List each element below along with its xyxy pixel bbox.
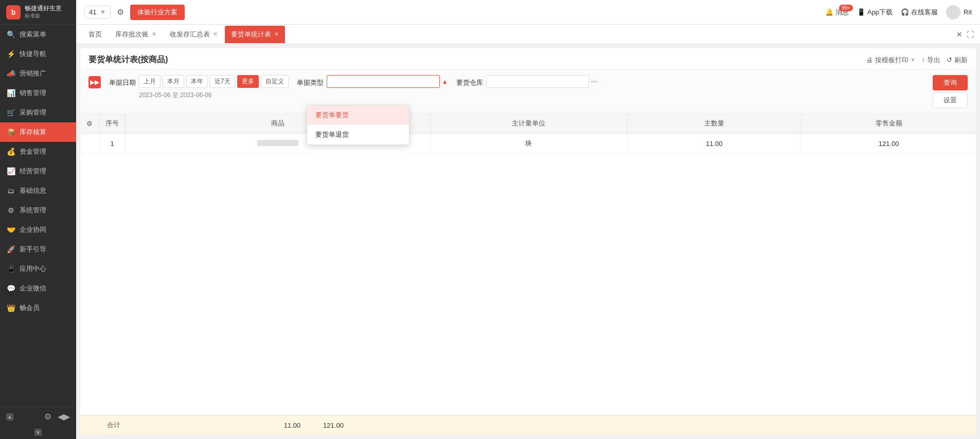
sidebar-item-inventory[interactable]: 📦 库存核算 [0, 122, 76, 142]
export-icon: ↑ [922, 56, 925, 64]
date-quick-buttons: 上月 本月 本年 近7天 更多 自定义 [139, 75, 289, 88]
this-year-button[interactable]: 本年 [186, 75, 208, 88]
tab-receive-summary[interactable]: 收发存汇总表 ✕ [164, 26, 224, 43]
tab-order-stats-label: 要货单统计表 [231, 30, 271, 39]
warehouse-filter-input[interactable] [486, 75, 589, 88]
tab-order-stats-close[interactable]: ✕ [274, 31, 279, 38]
sidebar-item-quick-nav-label: 快捷导航 [20, 49, 46, 59]
top-header: 41 ▼ ⚙ 体验行业方案 🔔 消息 99+ 📱 App下载 🎧 在线客服 [76, 0, 980, 25]
print-icon: 🖨 [866, 56, 873, 64]
warehouse-filter-group: 要货仓库 ··· [456, 75, 598, 88]
tab-home[interactable]: 首页 [82, 26, 108, 43]
app-name: 畅捷通好生意 [25, 5, 62, 13]
date-filter-content: 上月 本月 本年 近7天 更多 自定义 2023-05-06 至 2023-06… [139, 75, 289, 100]
sidebar-item-finance[interactable]: 💰 资金管理 [0, 142, 76, 161]
more-dates-button[interactable]: 更多 [237, 75, 259, 88]
type-dropdown-menu: 要货单要货 要货单退货 [307, 105, 409, 145]
messages-button[interactable]: 🔔 消息 99+ [825, 8, 849, 17]
sales-icon: 📊 [6, 89, 15, 97]
tab-order-stats[interactable]: 要货单统计表 ✕ [225, 26, 285, 43]
inventory-icon: 📦 [6, 128, 15, 136]
main-area: 41 ▼ ⚙ 体验行业方案 🔔 消息 99+ 📱 App下载 🎧 在线客服 [76, 0, 980, 439]
sidebar-item-app-center[interactable]: 📱 应用中心 [0, 259, 76, 279]
filter-settings-button[interactable]: 设置 [933, 93, 968, 108]
filter-action-buttons: 查询 设置 [933, 75, 968, 108]
avatar[interactable] [946, 5, 960, 20]
refresh-button[interactable]: ↺ 刷新 [947, 56, 968, 65]
store-dropdown[interactable]: 41 ▼ [84, 6, 111, 19]
type-filter-label: 单据类型 [297, 78, 324, 87]
sidebar-item-wechat[interactable]: 💬 企业微信 [0, 279, 76, 298]
dropdown-item-order-goods[interactable]: 要货单要货 [307, 105, 409, 125]
this-month-button[interactable]: 本月 [163, 75, 184, 88]
page-content: 要货单统计表(按商品) 🖨 按模板打印 ▼ ↑ 导出 ↺ 刷新 ▶▶ [80, 48, 976, 435]
print-button[interactable]: 🖨 按模板打印 ▼ [866, 56, 916, 65]
sidebar-item-marketing[interactable]: 📣 营销推广 [0, 64, 76, 83]
sidebar-item-app-center-label: 应用中心 [20, 264, 46, 273]
type-filter-input[interactable] [327, 75, 440, 88]
messages-badge: 99+ [839, 5, 853, 11]
type-filter-group: 单据类型 ▲ [297, 75, 448, 88]
dropdown-item-order-return[interactable]: 要货单退货 [307, 125, 409, 144]
app-download-label: App下载 [867, 8, 893, 17]
page-title-row: 要货单统计表(按商品) 🖨 按模板打印 ▼ ↑ 导出 ↺ 刷新 [80, 48, 976, 70]
sidebar-item-system[interactable]: ⚙ 系统管理 [0, 200, 76, 220]
sidebar-item-quick-nav[interactable]: ⚡ 快捷导航 [0, 44, 76, 64]
page-title: 要货单统计表(按商品) [88, 54, 168, 65]
type-dropdown-chevron-up-icon[interactable]: ▲ [442, 78, 448, 85]
purchase-icon: 🛒 [6, 108, 15, 117]
app-download-button[interactable]: 📱 App下载 [857, 8, 893, 17]
footer-total-label: 合计 [86, 420, 230, 430]
trial-button[interactable]: 体验行业方案 [130, 5, 185, 20]
query-button[interactable]: 查询 [933, 75, 968, 90]
user-name: Rit [964, 8, 972, 16]
wechat-icon: 💬 [6, 284, 15, 292]
close-window-icon[interactable]: ✕ [956, 30, 963, 39]
sidebar-item-enterprise[interactable]: 🤝 企业协同 [0, 220, 76, 240]
gear-icon[interactable]: ⚙ [117, 7, 124, 17]
user-menu[interactable]: Rit [946, 5, 972, 20]
sidebar-item-base-info[interactable]: 🗂 基础信息 [0, 181, 76, 200]
sidebar-item-member[interactable]: 👑 畅会员 [0, 298, 76, 318]
marketing-icon: 📣 [6, 69, 15, 78]
product-placeholder [257, 140, 298, 146]
export-button[interactable]: ↑ 导出 [922, 56, 941, 65]
type-filter-input-row: ▲ [327, 75, 448, 88]
sidebar-item-guide[interactable]: 🚀 新手引导 [0, 240, 76, 259]
online-service-label: 在线客服 [911, 8, 938, 17]
col-qty-header: 主数量 [627, 114, 801, 134]
row-qty-cell: 11.00 [627, 134, 801, 154]
recent7-button[interactable]: 近7天 [210, 75, 235, 88]
tab-receive-summary-close[interactable]: ✕ [213, 31, 218, 38]
sidebar-item-search[interactable]: 🔍 搜索菜单 [0, 25, 76, 44]
table-settings-icon[interactable]: ⚙ [86, 120, 93, 127]
print-label: 按模板打印 [875, 56, 908, 65]
system-icon: ⚙ [6, 206, 15, 214]
tab-home-label: 首页 [88, 30, 102, 39]
tab-inventory-batch-label: 库存批次账 [115, 30, 149, 39]
warehouse-more-icon[interactable]: ··· [591, 77, 598, 86]
sidebar-item-purchase[interactable]: 🛒 采购管理 [0, 103, 76, 122]
sidebar-item-sales[interactable]: 📊 销售管理 [0, 83, 76, 103]
scroll-up-button[interactable]: ▲ [6, 413, 13, 420]
settings-footer-icon[interactable]: ⚙ [44, 412, 51, 422]
collapse-sidebar-icon[interactable]: ◀▶ [58, 412, 70, 422]
filter-expand-button[interactable]: ▶▶ [88, 76, 101, 88]
footer-total-amount: 121.00 [313, 422, 354, 429]
finance-icon: 💰 [6, 148, 15, 156]
sidebar-item-wechat-label: 企业微信 [20, 284, 46, 293]
header-left: 41 ▼ ⚙ 体验行业方案 [84, 5, 185, 20]
col-settings-header[interactable]: ⚙ [80, 114, 99, 134]
scroll-down-button[interactable]: ▼ [34, 429, 42, 436]
base-info-icon: 🗂 [6, 187, 15, 195]
tab-inventory-batch[interactable]: 库存批次账 ✕ [109, 26, 163, 43]
sidebar-item-base-info-label: 基础信息 [20, 186, 46, 195]
tab-inventory-batch-close[interactable]: ✕ [152, 31, 156, 38]
row-unit-cell: 块 [431, 134, 627, 154]
sidebar-item-operations[interactable]: 📈 经营管理 [0, 161, 76, 181]
sidebar-item-finance-label: 资金管理 [20, 147, 46, 156]
online-service-button[interactable]: 🎧 在线客服 [901, 8, 938, 17]
maximize-window-icon[interactable]: ⛶ [967, 30, 974, 39]
custom-date-button[interactable]: 自定义 [261, 75, 289, 88]
prev-month-button[interactable]: 上月 [139, 75, 161, 88]
